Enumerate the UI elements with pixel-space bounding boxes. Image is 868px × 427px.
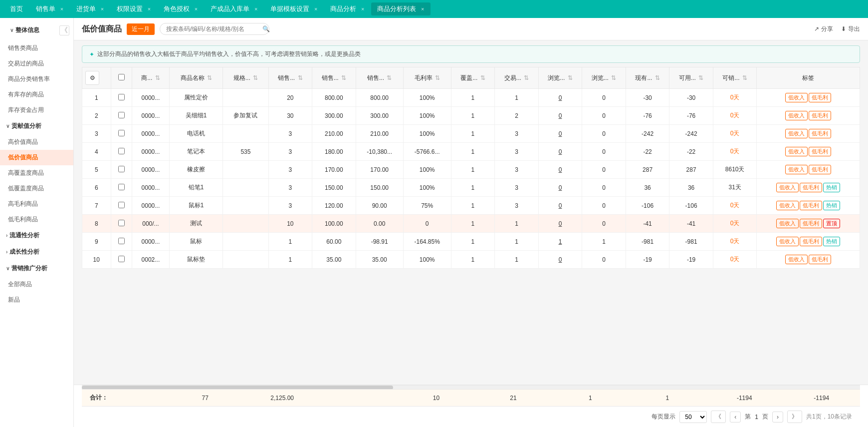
sidebar-collapse-button[interactable]: 《 [59, 25, 69, 35]
nav-role-auth[interactable]: 角色授权 × [158, 2, 204, 15]
sidebar-item-sales-products[interactable]: 销售类商品 [0, 40, 73, 56]
close-icon[interactable]: × [314, 6, 317, 12]
row-browse1[interactable]: 0 [538, 215, 582, 233]
sidebar-item-traded-products[interactable]: 交易过的商品 [0, 56, 73, 71]
browse-link[interactable]: 1 [559, 238, 562, 245]
col-name[interactable]: 商品名称 ⇅ [170, 67, 223, 89]
horizontal-scrollbar[interactable] [82, 385, 860, 389]
browse-link[interactable]: 0 [559, 112, 562, 119]
first-page-button[interactable]: 《 [711, 411, 726, 423]
column-settings-icon[interactable]: ⚙ [85, 71, 99, 85]
row-checkbox-cell[interactable] [111, 179, 132, 197]
row-checkbox-cell[interactable] [111, 161, 132, 179]
nav-product-storage[interactable]: 产成品入库单 × [205, 2, 263, 15]
share-button[interactable]: ↗ 分享 [814, 25, 833, 33]
search-icon[interactable]: 🔍 [262, 25, 270, 32]
per-page-select[interactable]: 50 100 [679, 411, 707, 423]
nav-purchase-order[interactable]: 进货单 × [70, 2, 110, 15]
col-sales-qty[interactable]: 销售... ⇅ [268, 67, 312, 89]
nav-home[interactable]: 首页 [4, 2, 29, 15]
col-settings[interactable]: ⚙ [82, 67, 111, 89]
close-icon[interactable]: × [195, 6, 198, 12]
prev-page-button[interactable]: ‹ [730, 412, 741, 423]
col-sales-profit[interactable]: 销售... ⇅ [356, 67, 403, 89]
close-icon[interactable]: × [254, 6, 257, 12]
close-icon[interactable]: × [60, 6, 63, 12]
sidebar-item-category-sales-rate[interactable]: 商品分类销售率 [0, 71, 73, 87]
row-checkbox-cell[interactable] [111, 197, 132, 215]
row-checkbox-cell[interactable] [111, 233, 132, 251]
row-checkbox[interactable] [118, 238, 125, 244]
col-available[interactable]: 可用... ⇅ [669, 67, 713, 89]
sidebar-group-marketing[interactable]: ∨ 营销推广分析 [0, 260, 73, 277]
search-input[interactable] [160, 23, 269, 35]
sidebar-item-high-value[interactable]: 高价值商品 [0, 134, 73, 150]
row-browse1[interactable]: 0 [538, 89, 582, 107]
sidebar-item-stock-products[interactable]: 有库存的商品 [0, 87, 73, 102]
next-page-button[interactable]: › [772, 412, 783, 423]
nav-sales-order[interactable]: 销售单 × [30, 2, 69, 15]
row-browse1[interactable]: 0 [538, 107, 582, 125]
col-code[interactable]: 商... ⇅ [132, 67, 169, 89]
row-checkbox[interactable] [118, 148, 125, 154]
col-spec[interactable]: 规格... ⇅ [223, 67, 268, 89]
row-checkbox[interactable] [118, 220, 125, 226]
browse-link[interactable]: 0 [559, 166, 562, 173]
row-checkbox-cell[interactable] [111, 125, 132, 143]
row-browse1[interactable]: 1 [538, 233, 582, 251]
browse-link[interactable]: 0 [559, 94, 562, 101]
row-browse1[interactable]: 0 [538, 161, 582, 179]
close-icon[interactable]: × [421, 6, 424, 12]
row-checkbox[interactable] [118, 130, 125, 136]
row-checkbox[interactable] [118, 166, 125, 172]
sidebar-item-low-value[interactable]: 低价值商品 [0, 150, 73, 165]
sidebar-item-low-coverage[interactable]: 低覆盖度商品 [0, 181, 73, 196]
sidebar-item-high-margin[interactable]: 高毛利商品 [0, 196, 73, 212]
row-browse1[interactable]: 0 [538, 179, 582, 197]
close-icon[interactable]: × [101, 6, 104, 12]
close-icon[interactable]: × [148, 6, 151, 12]
row-checkbox[interactable] [118, 202, 125, 208]
row-browse1[interactable]: 0 [538, 251, 582, 269]
row-checkbox-cell[interactable] [111, 107, 132, 125]
row-browse1[interactable]: 0 [538, 197, 582, 215]
nav-template-setting[interactable]: 单据模板设置 × [264, 2, 323, 15]
row-checkbox-cell[interactable] [111, 251, 132, 269]
nav-permission[interactable]: 权限设置 × [111, 2, 157, 15]
col-checkbox-header[interactable] [111, 67, 132, 89]
browse-link[interactable]: 0 [559, 184, 562, 191]
col-stock[interactable]: 现有... ⇅ [626, 67, 669, 89]
sidebar-group-contribution[interactable]: ∨ 贡献值分析 [0, 118, 73, 134]
row-checkbox[interactable] [118, 256, 125, 262]
row-checkbox-cell[interactable] [111, 143, 132, 161]
row-checkbox-cell[interactable] [111, 89, 132, 107]
close-icon[interactable]: × [361, 6, 364, 12]
col-sales-amt[interactable]: 销售... ⇅ [312, 67, 356, 89]
col-coverage[interactable]: 覆盖... ⇅ [451, 67, 495, 89]
sidebar-item-high-coverage[interactable]: 高覆盖度商品 [0, 165, 73, 181]
browse-link[interactable]: 0 [559, 202, 562, 209]
row-checkbox[interactable] [118, 94, 125, 100]
col-browse1[interactable]: 浏览... ⇅ [538, 67, 582, 89]
row-checkbox[interactable] [118, 184, 125, 190]
browse-link[interactable]: 0 [559, 220, 562, 227]
sidebar-item-all-products[interactable]: 全部商品 [0, 277, 73, 292]
sidebar-item-new-products[interactable]: 新品 [0, 292, 73, 308]
export-button[interactable]: ⬇ 导出 [841, 25, 860, 33]
sidebar-group-circulation[interactable]: › 流通性分析 [0, 227, 73, 244]
browse-link[interactable]: 0 [559, 148, 562, 155]
sidebar-item-capital-occupation[interactable]: 库存资金占用 [0, 102, 73, 118]
sidebar-item-low-margin[interactable]: 低毛利商品 [0, 212, 73, 227]
filter-month-button[interactable]: 近一月 [127, 23, 155, 35]
nav-product-analysis-list[interactable]: 商品分析列表 × [371, 2, 430, 15]
col-gross-rate[interactable]: 毛利率 ⇅ [403, 67, 451, 89]
row-browse1[interactable]: 0 [538, 143, 582, 161]
nav-product-analysis[interactable]: 商品分析 × [324, 2, 370, 15]
sidebar-group-overall[interactable]: ∨ 整体信息 [4, 22, 45, 38]
col-browse2[interactable]: 浏览... ⇅ [582, 67, 626, 89]
row-checkbox[interactable] [118, 112, 125, 118]
col-saleable[interactable]: 可销... ⇅ [713, 67, 757, 89]
browse-link[interactable]: 0 [559, 256, 562, 263]
last-page-button[interactable]: 》 [787, 411, 802, 423]
sidebar-group-growth[interactable]: › 成长性分析 [0, 244, 73, 260]
